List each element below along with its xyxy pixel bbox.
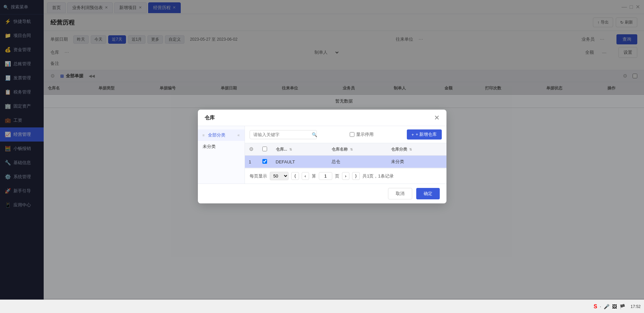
- add-warehouse-button[interactable]: + + 新增仓库: [407, 129, 442, 140]
- search-icon: 🔍: [312, 132, 317, 137]
- modal-body: ≡ 全部分类 « 未分类 🔍 显示停用: [198, 126, 446, 184]
- modal-sidebar-all-label: 全部分类: [208, 132, 225, 138]
- col-gear: ⚙: [245, 143, 258, 156]
- row-category: 未分类: [387, 156, 446, 168]
- modal-search-input[interactable]: [253, 132, 310, 137]
- taskbar-icon-mic: 🎤: [604, 304, 609, 309]
- modal-sidebar-uncategorized-label: 未分类: [203, 144, 216, 150]
- modal-select-all[interactable]: [262, 147, 267, 151]
- row-checkbox-cell: [258, 156, 272, 168]
- cancel-button[interactable]: 取消: [388, 188, 412, 199]
- confirm-button[interactable]: 确定: [416, 188, 440, 199]
- add-icon: +: [412, 132, 414, 137]
- modal-actions: 取消 确定: [198, 184, 446, 203]
- show-disabled-group: 显示停用: [350, 131, 374, 138]
- taskbar: S · 🎤 🖼 🏴 17:52: [0, 300, 644, 313]
- modal-header: 仓库 ✕: [198, 110, 446, 126]
- col-warehouse-code: 仓库... ⇅: [272, 143, 328, 156]
- warehouse-modal: 仓库 ✕ ≡ 全部分类 « 未分类: [198, 110, 446, 203]
- col-warehouse-category: 仓库分类 ⇅: [387, 143, 446, 156]
- modal-table-header: ⚙ 仓库... ⇅ 仓库名称 ⇅: [245, 143, 446, 156]
- modal-total-info: 共1页，1条记录: [362, 173, 393, 179]
- taskbar-icon-img: 🖼: [612, 304, 617, 309]
- modal-page-label: 算: [312, 173, 316, 179]
- collapse-left-icon[interactable]: «: [238, 133, 240, 138]
- table-row[interactable]: 1 DEFAULT 总仓 未分类: [245, 156, 446, 168]
- modal-sidebar-all[interactable]: ≡ 全部分类 «: [198, 129, 245, 141]
- modal-footer: 每页显示 50 10 20 100 ⟨ ‹ 算 页 › ⟩: [245, 168, 446, 184]
- taskbar-icon-dot: ·: [600, 304, 601, 309]
- sort-icon-code: ⇅: [289, 148, 292, 151]
- gear-icon[interactable]: ⚙: [249, 146, 253, 152]
- expand-icon: ≡: [203, 133, 205, 137]
- modal-search-box[interactable]: 🔍: [250, 130, 317, 139]
- taskbar-icon-s: S: [594, 304, 597, 310]
- taskbar-icon-flag: 🏴: [619, 304, 625, 309]
- taskbar-time: 17:52: [631, 304, 641, 309]
- modal-main: 🔍 显示停用 + + 新增仓库: [245, 126, 446, 184]
- show-disabled-label: 显示停用: [356, 131, 374, 138]
- modal-pagination: 每页显示 50 10 20 100 ⟨ ‹ 算 页 › ⟩: [250, 172, 394, 180]
- modal-prev-page-btn[interactable]: ‹: [302, 172, 309, 180]
- modal-sidebar: ≡ 全部分类 « 未分类: [198, 126, 245, 184]
- modal-title: 仓库: [205, 115, 215, 121]
- row-index: 1: [245, 156, 258, 168]
- show-disabled-checkbox[interactable]: [350, 132, 354, 137]
- modal-page-input[interactable]: [319, 172, 332, 180]
- modal-sidebar-uncategorized[interactable]: 未分类: [198, 141, 245, 152]
- modal-next-page-btn[interactable]: ›: [342, 172, 349, 180]
- modal-close-button[interactable]: ✕: [434, 114, 440, 121]
- sort-icon-category: ⇅: [409, 148, 412, 151]
- col-warehouse-name: 仓库名称 ⇅: [328, 143, 387, 156]
- row-checkbox[interactable]: [262, 159, 267, 164]
- modal-first-page-btn[interactable]: ⟨: [291, 172, 299, 180]
- modal-page-size-select[interactable]: 50 10 20 100: [270, 172, 289, 180]
- taskbar-icons: S · 🎤 🖼 🏴 17:52: [594, 304, 641, 310]
- col-checkbox: [258, 143, 272, 156]
- modal-table: ⚙ 仓库... ⇅ 仓库名称 ⇅: [245, 143, 446, 168]
- modal-last-page-btn[interactable]: ⟩: [352, 172, 360, 180]
- row-code: DEFAULT: [272, 156, 328, 168]
- modal-toolbar: 🔍 显示停用 + + 新增仓库: [245, 126, 446, 143]
- modal-overlay[interactable]: 仓库 ✕ ≡ 全部分类 « 未分类: [0, 0, 644, 313]
- row-name: 总仓: [328, 156, 387, 168]
- sort-icon-name: ⇅: [350, 148, 353, 151]
- modal-page-size-label: 每页显示: [250, 173, 267, 179]
- modal-table-area[interactable]: ⚙ 仓库... ⇅ 仓库名称 ⇅: [245, 143, 446, 168]
- modal-page-unit: 页: [335, 173, 339, 179]
